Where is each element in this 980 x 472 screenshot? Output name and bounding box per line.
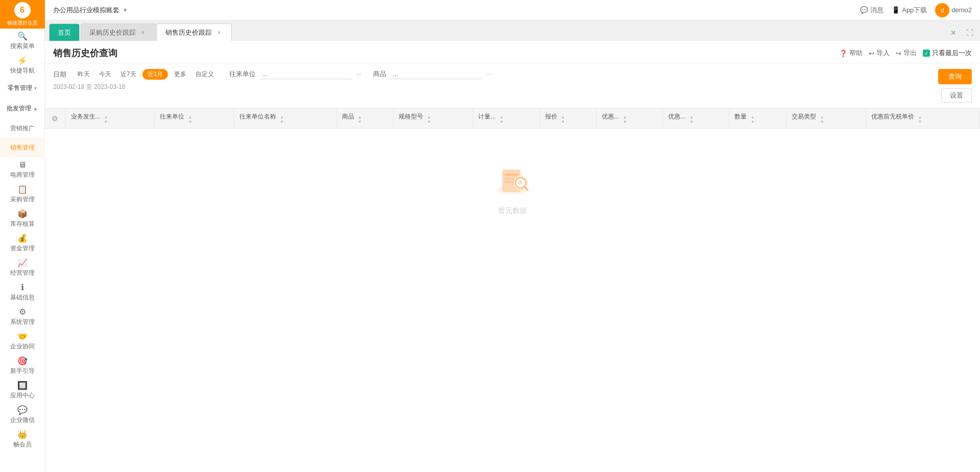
sort-discount1[interactable]: ▲ ▼ (623, 115, 627, 124)
tab-purchase-label: 采购历史价跟踪 (89, 28, 136, 37)
sidebar-item-label: 搜索菜单 (10, 42, 35, 51)
date-opt-1month[interactable]: 近1月 (142, 69, 168, 80)
apps-icon: 🔲 (17, 381, 28, 390)
dropdown-icon[interactable]: ▾ (124, 6, 127, 14)
sidebar-item-finance[interactable]: 💰 资金管理 (0, 231, 45, 255)
sort-counterpart-code[interactable]: ▲ ▼ (188, 115, 192, 124)
svg-point-8 (518, 180, 522, 184)
import-icon: ↩ (869, 50, 874, 57)
sales-label: 销售管理 (10, 144, 35, 152)
th-discount2-label: 优惠... (668, 113, 685, 120)
sidebar-item-label: 企业微信 (10, 416, 35, 424)
help-icon: ❓ (839, 50, 847, 57)
date-opt-custom[interactable]: 自定义 (192, 69, 217, 80)
help-label: 帮助 (849, 49, 863, 58)
sort-quantity[interactable]: ▲ ▼ (751, 115, 755, 124)
message-button[interactable]: 💬 消息 (860, 6, 884, 15)
sidebar-item-search[interactable]: 🔍 搜索菜单 (0, 29, 45, 53)
tab-home-label: 首页 (58, 28, 71, 37)
th-counterpart-code: 往来单位 ▲ ▼ (155, 108, 234, 129)
export-button[interactable]: ↪ 导出 (896, 49, 917, 58)
sidebar-item-purchase[interactable]: 📋 采购管理 (0, 182, 45, 206)
logo-text: 畅捷通好生意 (7, 19, 38, 27)
th-pretax-price-label: 优惠前无税单价 (871, 113, 914, 120)
tabs-bar: 首页 采购历史价跟踪 × 销售历史价跟踪 × ✕ ⛶ (45, 20, 980, 41)
th-quote: 报价 ▲ ▼ (540, 108, 597, 129)
sort-spec[interactable]: ▲ ▼ (427, 115, 431, 124)
sidebar-item-wholesale[interactable]: 批发管理 ▲ (0, 98, 45, 119)
logo[interactable]: 6 畅捷通好生意 (0, 0, 45, 29)
sort-unit[interactable]: ▲ ▼ (500, 115, 504, 124)
avatar: d (935, 3, 949, 17)
app-download-label: App下载 (902, 6, 927, 15)
sort-quote[interactable]: ▲ ▼ (561, 115, 565, 124)
sort-biz-date[interactable]: ▲ ▼ (104, 115, 108, 124)
th-pretax-price: 优惠前无税单价 ▲ ▼ (866, 108, 980, 129)
sidebar-item-ecommerce[interactable]: 🖥 电商管理 (0, 157, 45, 182)
maximize-window-button[interactable]: ⛶ (964, 27, 976, 39)
close-window-button[interactable]: ✕ (947, 27, 960, 39)
newbie-icon: 🎯 (17, 356, 28, 366)
goods-more-icon[interactable]: ··· (486, 70, 492, 78)
sidebar-item-operation[interactable]: 📈 经营管理 (0, 255, 45, 280)
tab-sales-label: 销售历史价跟踪 (165, 28, 212, 37)
sort-counterpart-name[interactable]: ▲ ▼ (280, 115, 284, 124)
only-last-checkbox[interactable]: ✓ (923, 50, 930, 57)
sidebar-item-system[interactable]: ⚙ 系统管理 (0, 304, 45, 329)
sort-trade-type[interactable]: ▲ ▼ (820, 115, 824, 124)
counterpart-more-icon[interactable]: ··· (356, 70, 361, 78)
date-opt-7days[interactable]: 近7天 (117, 69, 139, 80)
table-settings-icon[interactable]: ⚙ (52, 114, 58, 123)
sidebar-item-enterprise[interactable]: 🤝 企业协同 (0, 329, 45, 353)
goods-label: 商品 (373, 69, 386, 79)
query-button[interactable]: 查询 (938, 69, 972, 84)
marketing-label: 营销推广 (10, 124, 35, 133)
th-counterpart-name-label: 往来单位名称 (239, 113, 276, 120)
sidebar-item-label: 资金管理 (10, 244, 35, 253)
sidebar-item-label: 电商管理 (10, 171, 35, 179)
user-profile[interactable]: d demo2 (935, 3, 972, 17)
retail-label: 零售管理 (8, 84, 32, 92)
tab-sales-history[interactable]: 销售历史价跟踪 × (157, 23, 232, 41)
sidebar-item-apps[interactable]: 🔲 应用中心 (0, 378, 45, 403)
sidebar-item-basic[interactable]: ℹ 基础信息 (0, 280, 45, 304)
import-label: 导入 (876, 49, 890, 58)
sidebar-item-marketing[interactable]: 营销推广 (0, 119, 45, 138)
page-title-bar: 销售历史价查询 ❓ 帮助 ↩ 导入 ↪ 导出 ✓ 只 (45, 41, 980, 64)
th-unit: 计量... ▲ ▼ (473, 108, 540, 129)
sidebar-item-sales[interactable]: 销售管理 (0, 138, 45, 157)
help-button[interactable]: ❓ 帮助 (839, 49, 863, 58)
only-last-checkbox-container[interactable]: ✓ 只看最后一次 (923, 49, 972, 58)
sidebar-item-newbie[interactable]: 🎯 新手引导 (0, 353, 45, 378)
sidebar-item-retail[interactable]: 零售管理 ▾ (0, 78, 45, 98)
sidebar-item-wechat[interactable]: 💬 企业微信 (0, 403, 45, 427)
tab-purchase-history[interactable]: 采购历史价跟踪 × (81, 23, 156, 41)
th-goods: 商品 ▲ ▼ (336, 108, 394, 129)
filter-bar: 日期 昨天 今天 近7天 近1月 更多 自定义 2023-02-18 至 202… (45, 64, 980, 108)
tab-home[interactable]: 首页 (49, 23, 80, 41)
sidebar-item-shortcut[interactable]: ⚡ 快捷导航 (0, 53, 45, 78)
date-opt-yesterday[interactable]: 昨天 (75, 69, 93, 80)
date-opt-more[interactable]: 更多 (171, 69, 189, 80)
counterpart-input[interactable] (260, 69, 352, 79)
filter-section: 日期 昨天 今天 近7天 近1月 更多 自定义 2023-02-18 至 202… (53, 69, 972, 103)
sort-pretax-price[interactable]: ▲ ▼ (918, 115, 922, 124)
tab-sales-close[interactable]: × (215, 29, 223, 37)
main-area: 办公用品行业模拟账套 ▾ 💬 消息 📱 App下载 d demo2 首页 采购历… (45, 0, 980, 472)
import-button[interactable]: ↩ 导入 (869, 49, 890, 58)
tab-purchase-close[interactable]: × (139, 29, 147, 37)
table-header-row: ⚙ 业务发生... ▲ ▼ 往来单位 ▲ (45, 108, 980, 129)
goods-filter: 商品 ··· (373, 69, 492, 79)
sidebar-item-inventory[interactable]: 📦 库存核算 (0, 206, 45, 231)
sidebar-item-vip[interactable]: 👑 畅会员 (0, 427, 45, 452)
checkbox-check-icon: ✓ (924, 51, 928, 56)
setting-button[interactable]: 设置 (941, 88, 972, 103)
sidebar-item-label: 采购管理 (10, 195, 35, 204)
app-download-button[interactable]: 📱 App下载 (892, 6, 927, 15)
goods-input[interactable] (390, 69, 482, 79)
sidebar-item-label: 企业协同 (10, 342, 35, 351)
sort-discount2[interactable]: ▲ ▼ (690, 115, 694, 124)
sort-goods[interactable]: ▲ ▼ (358, 115, 362, 124)
th-trade-type-label: 交易类型 (792, 113, 816, 120)
date-opt-today[interactable]: 今天 (96, 69, 114, 80)
